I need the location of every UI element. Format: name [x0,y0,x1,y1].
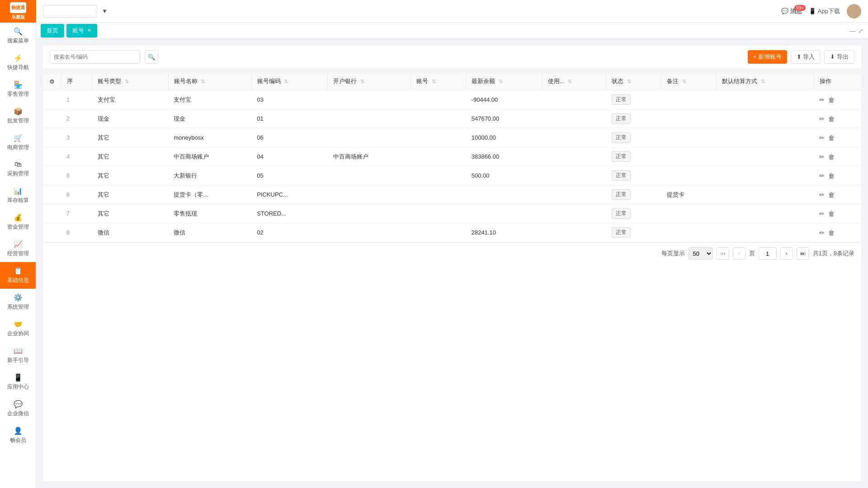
message-button[interactable]: 💬 消息 99+ [781,7,802,15]
page-prev-button[interactable]: ‹ [733,247,745,260]
row-use [542,166,606,185]
account-search-button[interactable]: 🔍 [145,50,158,64]
export-button[interactable]: ⬇ 导出 [824,50,854,64]
row-account [411,185,466,204]
sidebar-item-new-guide[interactable]: 📖 新手引导 [0,342,36,369]
row-bank [328,109,411,128]
col-name[interactable]: 账号名称 ⇅ [168,73,251,90]
message-icon: 💬 [781,8,788,14]
delete-icon[interactable]: 🗑 [828,191,835,198]
app-sub-label: 乐惠版 [11,14,25,20]
sidebar-item-basic-info[interactable]: 📋 基础信息 [0,262,36,289]
sidebar-item-finance-mgmt[interactable]: 💰 资金管理 [0,209,36,235]
sidebar-item-search-menu[interactable]: 🔍 搜索菜单 [0,23,36,49]
edit-icon[interactable]: ✏ [819,229,825,236]
sidebar-item-operation-mgmt[interactable]: 📈 经营管理 [0,235,36,262]
col-balance[interactable]: 最新余额 ⇅ [466,73,542,90]
row-remark [661,166,717,185]
user-avatar[interactable] [847,4,861,19]
row-bank [328,128,411,147]
delete-icon[interactable]: 🗑 [828,153,835,160]
page-first-button[interactable]: ⏮ [717,247,729,260]
header-dropdown[interactable]: ▼ [102,8,108,14]
tab-account[interactable]: 账号 ✕ [66,24,97,38]
delete-icon[interactable]: 🗑 [828,172,835,179]
edit-icon[interactable]: ✏ [819,96,825,103]
tab-home[interactable]: 首页 [41,24,64,38]
row-name: moneybosx [168,128,251,147]
row-status: 正常 [606,166,661,185]
edit-icon[interactable]: ✏ [819,134,825,141]
sidebar-item-purchase-label: 采购管理 [7,170,29,178]
tab-minimize-icon[interactable]: — [849,27,856,34]
col-bank[interactable]: 开户银行 ⇅ [328,73,411,90]
sidebar-item-system-mgmt[interactable]: ⚙️ 系统管理 [0,289,36,315]
row-checkbox-cell [43,185,61,204]
sidebar-item-inventory[interactable]: 📊 库存核算 [0,182,36,209]
add-account-button[interactable]: + 新增账号 [748,50,787,64]
sidebar-item-guide-label: 新手引导 [7,357,29,364]
tab-close-icon[interactable]: ✕ [87,28,91,33]
table-row: 7 其它 零售抵现 STORED... 正常 ✏ 🗑 [43,204,861,223]
col-use[interactable]: 使用... ⇅ [542,73,606,90]
row-balance: 500.00 [466,166,542,185]
page-size-select[interactable]: 50 100 200 [689,247,713,260]
app-download-button[interactable]: 📱 App下载 [809,7,840,15]
row-use [542,147,606,166]
row-type: 其它 [92,128,169,147]
row-num: 1 [61,90,92,109]
delete-icon[interactable]: 🗑 [828,134,835,141]
member-icon: 👤 [14,427,23,435]
message-badge: 99+ [794,5,806,11]
row-actions: ✏ 🗑 [814,204,861,223]
sidebar-item-enterprise-agreement[interactable]: 🤝 企业协同 [0,315,36,342]
row-num: 3 [61,128,92,147]
sidebar-item-purchase-mgmt[interactable]: 🛍 采购管理 [0,156,36,182]
delete-icon[interactable]: 🗑 [828,96,835,103]
page-last-button[interactable]: ⏭ [797,247,809,260]
page-total: 共1页，8条记录 [813,249,854,258]
row-code: 06 [251,128,328,147]
row-name: 零售抵现 [168,204,251,223]
sidebar-item-ecommerce-mgmt[interactable]: 🛒 电商管理 [0,129,36,156]
retail-icon: 🏪 [14,80,23,89]
col-account[interactable]: 账号 ⇅ [411,73,466,90]
account-search-input[interactable] [50,50,140,64]
page-next-button[interactable]: › [780,247,793,260]
header-search-input[interactable] [43,5,97,18]
row-code: STORED... [251,204,328,223]
edit-icon[interactable]: ✏ [819,153,825,160]
import-button[interactable]: ⬆ 导入 [791,50,821,64]
row-checkbox-cell [43,128,61,147]
col-type[interactable]: 账号类型 ⇅ [92,73,169,90]
sidebar-item-wholesale-label: 批发管理 [7,117,29,125]
tab-maximize-icon[interactable]: ⤢ [858,27,863,34]
row-balance: 383866.00 [466,147,542,166]
sidebar-item-retail-mgmt[interactable]: 🏪 零售管理 [0,76,36,103]
sidebar-item-member[interactable]: 👤 畅会员 [0,422,36,449]
edit-icon[interactable]: ✏ [819,210,825,217]
edit-icon[interactable]: ✏ [819,172,825,179]
sidebar-item-wholesale-mgmt[interactable]: 📦 批发管理 [0,103,36,129]
row-name: 微信 [168,223,251,242]
sidebar-item-quick-nav[interactable]: ⚡ 快捷导航 [0,49,36,76]
ecommerce-icon: 🛒 [14,134,23,142]
sidebar-item-app-center[interactable]: 📱 应用中心 [0,369,36,395]
col-status[interactable]: 状态 ⇅ [606,73,661,90]
delete-icon[interactable]: 🗑 [828,229,835,236]
col-default-settlement[interactable]: 默认结算方式 ⇅ [717,73,814,90]
row-status: 正常 [606,204,661,223]
delete-icon[interactable]: 🗑 [828,210,835,217]
col-remark[interactable]: 备注 ⇅ [661,73,717,90]
col-code[interactable]: 账号编码 ⇅ [251,73,328,90]
page-input[interactable] [759,247,777,260]
status-badge: 正常 [612,151,631,162]
delete-icon[interactable]: 🗑 [828,115,835,122]
edit-icon[interactable]: ✏ [819,115,825,122]
edit-icon[interactable]: ✏ [819,191,825,198]
finance-icon: 💰 [14,213,23,222]
sidebar-item-enterprise-wechat[interactable]: 💬 企业微信 [0,395,36,422]
row-account [411,166,466,185]
sidebar-item-wechat-label: 企业微信 [7,410,29,418]
row-balance [466,204,542,223]
